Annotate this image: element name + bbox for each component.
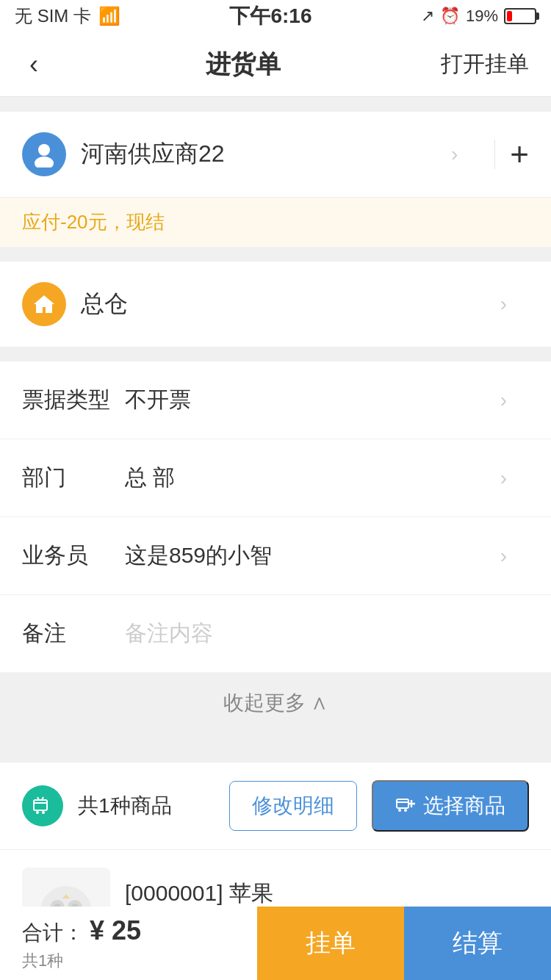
collapse-bar[interactable]: 收起更多 ∧ [0,673,551,733]
wifi-icon: 📶 [98,6,120,26]
chevron-right-icon-3: › [500,389,507,412]
product-code: [0000001] [125,881,223,905]
location-icon: ↗ [421,7,434,26]
warehouse-name: 总仓 [81,288,500,320]
salesman-row[interactable]: 业务员 这是859的小智 › [0,517,551,595]
modify-detail-button[interactable]: 修改明细 [229,781,357,831]
status-bar: 无 SIM 卡 📶 下午6:16 ↗ ⏰ 19% [0,0,551,32]
department-label: 部门 [22,463,125,493]
department-value: 总 部 [125,463,500,493]
svg-point-7 [404,809,407,812]
open-hang-button[interactable]: 打开挂单 [441,49,529,79]
chevron-right-icon: › [451,143,458,166]
svg-rect-5 [397,799,408,808]
supplier-row[interactable]: 河南供应商22 › + [0,112,551,198]
total-count: 共1种 [22,950,235,972]
home-icon [32,292,56,316]
svg-rect-2 [34,800,47,810]
select-product-icon [395,796,416,816]
status-left: 无 SIM 卡 📶 [15,4,120,28]
product-count-text: 共1种商品 [78,792,215,820]
invoice-type-row[interactable]: 票据类型 不开票 › [0,361,551,439]
remark-placeholder[interactable]: 备注内容 [125,619,529,649]
status-right: ↗ ⏰ 19% [421,7,536,26]
total-prefix: 合计： [22,919,84,947]
nav-bar: ‹ 进货单 打开挂单 [0,32,551,97]
svg-point-1 [35,156,54,167]
total-label-row: 合计： ¥ 25 [22,915,235,947]
salesman-label: 业务员 [22,541,125,571]
form-section: 票据类型 不开票 › 部门 总 部 › 业务员 这是859的小智 › 备注 备注… [0,361,551,673]
gap-2 [0,247,551,262]
supplier-section: 河南供应商22 › + 应付-20元，现结 [0,112,551,247]
department-row[interactable]: 部门 总 部 › [0,439,551,517]
add-supplier-button[interactable]: + [510,138,529,170]
product-name: [0000001] 苹果 [125,879,478,909]
page-title: 进货单 [206,48,281,82]
select-product-label: 选择商品 [423,792,505,820]
warehouse-section[interactable]: 总仓 › [0,262,551,347]
cart-icon-wrap [22,785,63,826]
total-section: 合计： ¥ 25 共1种 [0,915,257,972]
product-title: 苹果 [229,881,273,905]
checkout-button[interactable]: 结算 [404,907,551,980]
gap-1 [0,97,551,112]
chevron-right-icon-4: › [500,466,507,490]
person-icon [31,141,57,167]
alarm-icon: ⏰ [440,7,460,26]
time-label: 下午6:16 [229,2,311,30]
remark-row[interactable]: 备注 备注内容 [0,595,551,673]
notice-bar: 应付-20元，现结 [0,198,551,247]
svg-point-4 [42,811,45,814]
warehouse-row[interactable]: 总仓 › [0,262,551,347]
divider [494,140,495,169]
svg-point-0 [38,144,50,156]
bottom-toolbar: 合计： ¥ 25 共1种 挂单 结算 [0,907,551,980]
total-amount: ¥ 25 [90,915,141,946]
salesman-value: 这是859的小智 [125,541,500,571]
product-header: 共1种商品 修改明细 选择商品 [0,763,551,849]
battery-label: 19% [466,7,498,26]
battery-icon [504,8,536,24]
back-button[interactable]: ‹ [22,42,46,87]
chevron-right-icon-2: › [500,292,507,316]
chevron-right-icon-5: › [500,544,507,568]
supplier-avatar [22,132,66,176]
supplier-name: 河南供应商22 [81,138,451,170]
invoice-type-value: 不开票 [125,385,500,415]
invoice-type-label: 票据类型 [22,385,125,415]
select-product-button[interactable]: 选择商品 [372,780,529,832]
svg-point-3 [36,811,39,814]
hang-button[interactable]: 挂单 [257,907,404,980]
svg-point-6 [398,809,401,812]
gap-3 [0,347,551,361]
warehouse-icon [22,282,66,326]
remark-label: 备注 [22,619,125,649]
carrier-label: 无 SIM 卡 [15,4,91,28]
cart-icon [32,795,54,817]
gap-4 [0,733,551,748]
